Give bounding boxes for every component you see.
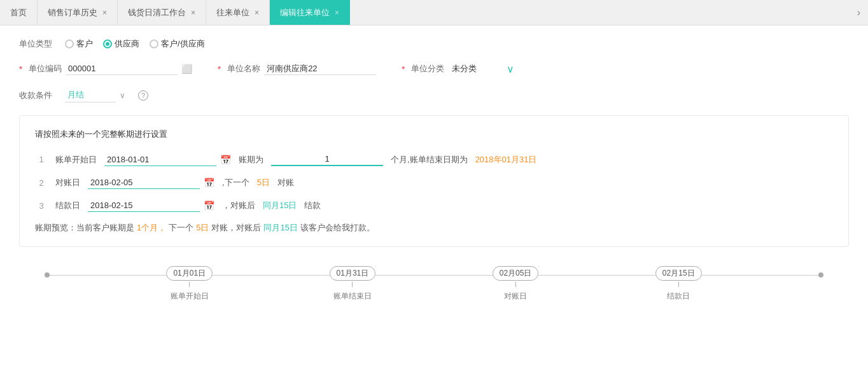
help-icon[interactable]: ? <box>138 90 148 101</box>
timeline-badge-4: 02月15日 <box>655 266 702 281</box>
unit-code-required: * <box>19 64 22 74</box>
tab-cash-work[interactable]: 钱货日清工作台 × <box>118 0 206 25</box>
radio-circle-both <box>150 39 158 48</box>
unit-name-required: * <box>218 64 221 74</box>
preview-row: 账期预览：当前客户账期是 1个月， 下一个 5日 对账，对账后 同月15日 该客… <box>35 222 833 234</box>
timeline-segment-4 <box>538 275 655 276</box>
category-chevron-icon[interactable]: ∨ <box>507 63 514 75</box>
timeline-badge-2: 01月31日 <box>330 266 376 281</box>
unit-name-input[interactable] <box>264 62 376 75</box>
preview-prefix: 账期预览：当前客户账期是 <box>35 222 134 234</box>
payment-prefix: ，对账后 <box>222 200 255 211</box>
payment-date-input[interactable] <box>88 199 200 212</box>
radio-label-both: 客户/供应商 <box>161 38 205 50</box>
payment-suffix: 结款 <box>304 200 321 211</box>
radio-both[interactable]: 客户/供应商 <box>150 38 205 50</box>
unit-type-label: 单位类型 <box>19 38 52 50</box>
period-label: 账期为 <box>239 154 263 165</box>
reconcile-suffix: 对账 <box>277 177 294 188</box>
unit-category-value: 未分类 <box>452 63 503 74</box>
payment-chevron-icon: ∨ <box>120 91 125 100</box>
payment-terms-row: 收款条件 月结 ∨ ? <box>19 88 849 102</box>
timeline-tick-4 <box>678 282 679 287</box>
close-counterpart[interactable]: × <box>255 8 259 17</box>
unit-code-group: * 单位编码 ⬜ <box>19 62 192 75</box>
timeline-label-1: 账单开始日 <box>171 291 209 302</box>
timeline-segment-5 <box>702 275 818 276</box>
close-cash-work[interactable]: × <box>191 8 195 17</box>
calendar-icon-2[interactable]: 📅 <box>204 178 214 188</box>
unit-code-input[interactable] <box>66 62 178 75</box>
radio-circle-supplier <box>103 39 112 48</box>
setting-section: 请按照未来的一个完整帐期进行设置 1 账单开始日 📅 账期为 个月,账单结束日期… <box>19 115 849 247</box>
timeline-end-dot <box>818 272 823 278</box>
payment-terms-label: 收款条件 <box>19 90 52 101</box>
period-unit-text: 个月,账单结束日期为 <box>391 154 468 165</box>
tab-home[interactable]: 首页 <box>0 0 38 25</box>
unit-name-group: * 单位名称 <box>218 62 376 75</box>
calendar-icon-3[interactable]: 📅 <box>204 201 214 211</box>
unit-category-group: * 单位分类 未分类 ∨ <box>402 63 514 75</box>
more-tabs-button[interactable]: › <box>850 7 868 18</box>
radio-customer[interactable]: 客户 <box>65 38 93 50</box>
timeline-point-1: 01月01日 账单开始日 <box>166 266 213 302</box>
timeline-start-dot <box>45 272 50 278</box>
unit-name-label: 单位名称 <box>227 63 260 74</box>
date-group-1: 📅 <box>104 153 231 166</box>
period-input[interactable] <box>271 153 383 166</box>
tab-sales-history[interactable]: 销售订单历史 × <box>38 0 118 25</box>
timeline-segment-1 <box>50 275 166 276</box>
row-label-2: 对账日 <box>55 177 80 188</box>
preview-text2: 对账，对账后 <box>211 222 261 234</box>
unit-type-row: 单位类型 客户 供应商 客户/供应商 <box>19 38 849 50</box>
payment-highlight: 同月15日 <box>263 200 297 211</box>
main-content: 单位类型 客户 供应商 客户/供应商 * 单位编码 ⬜ * 单位名称 <box>0 25 868 387</box>
preview-highlight3: 同月15日 <box>263 222 297 234</box>
radio-circle-customer <box>65 39 74 48</box>
timeline-segment-2 <box>213 275 329 276</box>
row-label-1: 账单开始日 <box>55 154 97 165</box>
calendar-icon-1[interactable]: 📅 <box>220 155 231 165</box>
radio-label-supplier: 供应商 <box>115 38 139 50</box>
timeline-label-3: 对账日 <box>504 291 527 302</box>
reconcile-highlight: 5日 <box>257 177 270 188</box>
timeline-point-4: 02月15日 结款日 <box>655 266 702 302</box>
timeline-label-4: 结款日 <box>667 291 690 302</box>
reconcile-date-input[interactable] <box>88 176 200 189</box>
section-title: 请按照未来的一个完整帐期进行设置 <box>35 129 833 140</box>
date-group-2: 📅 <box>88 176 214 189</box>
close-sales-history[interactable]: × <box>102 8 107 17</box>
timeline-segment-3 <box>375 275 492 276</box>
copy-icon[interactable]: ⬜ <box>181 64 192 74</box>
timeline-badge-3: 02月05日 <box>493 266 539 281</box>
row-num-1: 1 <box>35 155 48 164</box>
row-num-3: 3 <box>35 201 48 211</box>
tab-edit-counterpart[interactable]: 编辑往来单位 × <box>270 0 350 25</box>
timeline-track: 01月01日 账单开始日 01月31日 账单结束日 02月05日 对账日 0 <box>32 266 836 302</box>
unit-type-radio-group: 客户 供应商 客户/供应商 <box>65 38 205 50</box>
tab-counterpart[interactable]: 往来单位 × <box>206 0 270 25</box>
timeline-label-2: 账单结束日 <box>333 291 372 302</box>
reconcile-prefix: ,下一个 <box>222 177 249 188</box>
setting-row-3: 3 结款日 📅 ，对账后 同月15日 结款 <box>35 199 833 212</box>
timeline-tick-1 <box>189 282 190 287</box>
close-edit-counterpart[interactable]: × <box>335 8 339 17</box>
unit-category-required: * <box>402 64 405 74</box>
row-num-2: 2 <box>35 178 48 188</box>
start-date-input[interactable] <box>104 153 216 166</box>
payment-terms-value: 月结 <box>65 88 116 102</box>
radio-supplier[interactable]: 供应商 <box>103 38 139 50</box>
timeline-tick-3 <box>515 282 516 287</box>
setting-row-2: 2 对账日 📅 ,下一个 5日 对账 <box>35 176 833 189</box>
timeline-container: 01月01日 账单开始日 01月31日 账单结束日 02月05日 对账日 0 <box>19 260 849 314</box>
preview-highlight1: 1个月， <box>137 222 166 234</box>
setting-row-1: 1 账单开始日 📅 账期为 个月,账单结束日期为 2018年01月31日 <box>35 153 833 166</box>
period-end-date: 2018年01月31日 <box>475 154 537 165</box>
unit-code-label: 单位编码 <box>29 63 62 74</box>
timeline-point-3: 02月05日 对账日 <box>493 266 539 302</box>
payment-terms-select[interactable]: 月结 ∨ <box>65 88 125 102</box>
radio-label-customer: 客户 <box>76 38 93 50</box>
timeline-tick-2 <box>352 282 353 287</box>
timeline-point-2: 01月31日 账单结束日 <box>330 266 376 302</box>
unit-category-label: 单位分类 <box>411 63 444 74</box>
